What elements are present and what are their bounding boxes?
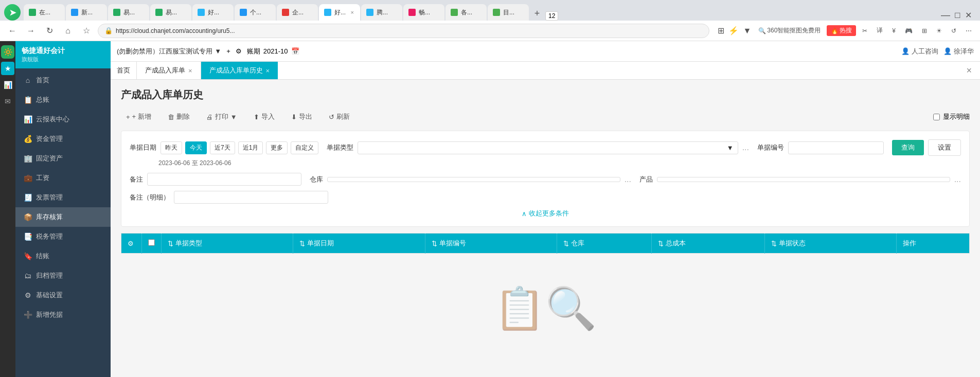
- delete-btn[interactable]: 🗑 删除: [163, 110, 195, 123]
- date-btn-7days[interactable]: 近7天: [210, 141, 235, 154]
- tab-7[interactable]: 企...: [277, 4, 318, 21]
- currency-btn[interactable]: ¥: [889, 26, 899, 35]
- print-btn[interactable]: 🖨 打印 ▼: [201, 110, 242, 123]
- tab-5[interactable]: 好...: [192, 4, 234, 21]
- import-btn[interactable]: ⬆ 导入: [248, 110, 280, 123]
- new-tab-button[interactable]: +: [530, 6, 544, 21]
- sidebar-item-settle[interactable]: 🔖 结账: [15, 246, 111, 266]
- apps-btn[interactable]: ⊞: [919, 26, 930, 35]
- company-selector[interactable]: (勿删勿禁用）江西服宝测试专用 ▼: [117, 47, 221, 56]
- refresh-browser-button[interactable]: ↻: [42, 24, 57, 38]
- export-label: 导出: [299, 112, 312, 121]
- dropdown-icon[interactable]: ▼: [743, 26, 751, 35]
- select-all-checkbox[interactable]: [148, 239, 155, 246]
- th-type[interactable]: ⇅ 单据类型: [162, 234, 293, 254]
- tab-9[interactable]: 腾...: [361, 4, 402, 21]
- hot-search-btn[interactable]: 🔥 热搜: [827, 25, 856, 36]
- product-select[interactable]: [657, 177, 950, 182]
- lightning-icon[interactable]: ⚡: [728, 26, 739, 35]
- user-avatar[interactable]: 👤 徐泽华: [943, 47, 974, 56]
- game-btn[interactable]: 🎮: [902, 26, 916, 35]
- date-btn-more[interactable]: 更多: [266, 141, 288, 154]
- sidebar-item-archive[interactable]: 🗂 归档管理: [15, 266, 111, 285]
- refresh-action-btn[interactable]: ↺ 刷新: [324, 110, 355, 123]
- add-company-btn[interactable]: +: [226, 47, 230, 55]
- date-btn-today[interactable]: 今天: [185, 141, 207, 154]
- scissors-btn[interactable]: ✂: [859, 26, 870, 35]
- more-btn[interactable]: ⋯: [963, 26, 975, 35]
- tab-8-close[interactable]: ×: [350, 9, 355, 16]
- sidebar-item-ledger[interactable]: 📋 总账: [15, 90, 111, 110]
- sidebar-item-basic[interactable]: ⚙ 基础设置: [15, 285, 111, 305]
- export-btn[interactable]: ⬇ 导出: [286, 110, 317, 123]
- tab-2-label: 新...: [81, 8, 102, 17]
- tab-list-close[interactable]: ×: [188, 67, 192, 75]
- th-date[interactable]: ⇅ 单据日期: [293, 234, 425, 254]
- icon-strip-chart[interactable]: 📊: [1, 78, 14, 92]
- tab-4[interactable]: 易...: [150, 4, 191, 21]
- tab-6[interactable]: 个...: [235, 4, 276, 21]
- sidebar-item-report[interactable]: 📊 云报表中心: [15, 110, 111, 129]
- th-status[interactable]: ⇅ 单据状态: [764, 234, 896, 254]
- tab-3[interactable]: 易...: [108, 4, 149, 21]
- date-btn-1month[interactable]: 近1月: [238, 141, 263, 154]
- display-detail-checkbox[interactable]: [933, 114, 940, 120]
- sidebar-item-home[interactable]: ⌂ 首页: [15, 70, 111, 90]
- settings-button[interactable]: 设置: [928, 139, 961, 156]
- settings-btn[interactable]: ⚙: [236, 47, 242, 55]
- new-btn[interactable]: + + 新增: [121, 110, 156, 123]
- sidebar-item-fixed[interactable]: 🏢 固定资产: [15, 149, 111, 168]
- sidebar-item-newbill[interactable]: ➕ 新增凭据: [15, 305, 111, 325]
- tab-11[interactable]: 各...: [446, 4, 487, 21]
- detail-remark-input[interactable]: [174, 191, 328, 204]
- consult-btn[interactable]: 👤 人工咨询: [901, 47, 938, 56]
- tab-history-close[interactable]: ×: [266, 67, 270, 75]
- period-selector[interactable]: 账期 2021-10 📅: [247, 47, 299, 56]
- th-gear[interactable]: ⚙: [121, 234, 142, 254]
- address-bar[interactable]: 🔒 https://cloud.chanjet.com/accounting/u…: [98, 24, 709, 38]
- sidebar-item-wage[interactable]: 💼 工资: [15, 168, 111, 188]
- remark-input[interactable]: [147, 173, 301, 186]
- tab-10[interactable]: 畅...: [403, 4, 444, 21]
- icon-strip-star[interactable]: ★: [1, 62, 14, 75]
- close-window-button[interactable]: ✕: [965, 10, 972, 20]
- display-detail-label: 显示明细: [943, 112, 970, 121]
- back-button[interactable]: ←: [5, 24, 20, 38]
- th-cost[interactable]: ⇅ 总成本: [651, 234, 764, 254]
- grid-icon[interactable]: ⊞: [718, 26, 724, 35]
- date-btn-custom[interactable]: 自定义: [291, 141, 318, 154]
- panel-close-btn[interactable]: ×: [958, 62, 980, 79]
- tab-list-page[interactable]: 产成品入库单 ×: [137, 62, 201, 79]
- warehouse-select[interactable]: [327, 177, 620, 182]
- date-btn-yesterday[interactable]: 昨天: [161, 141, 182, 154]
- sidebar-item-tax[interactable]: 📑 税务管理: [15, 227, 111, 246]
- breadcrumb-home[interactable]: 首页: [111, 62, 137, 79]
- bookmark-button[interactable]: ☆: [79, 24, 94, 38]
- home-browser-button[interactable]: ⌂: [61, 24, 75, 38]
- sidebar-item-invoice[interactable]: 🧾 发票管理: [15, 188, 111, 207]
- tab-2[interactable]: 新...: [66, 4, 107, 21]
- search-toolbar-btn[interactable]: 🔍 360智能抠图免费用: [755, 25, 824, 36]
- display-detail-toggle[interactable]: 显示明细: [933, 112, 970, 121]
- tab-history-page[interactable]: 产成品入库单历史 ×: [201, 62, 278, 79]
- th-number[interactable]: ⇅ 单据编号: [425, 234, 557, 254]
- collapse-btn[interactable]: ∧ 收起更多条件: [130, 209, 961, 218]
- number-input[interactable]: [788, 141, 884, 154]
- forward-button[interactable]: →: [24, 24, 38, 38]
- sidebar-item-fund[interactable]: 💰 资金管理: [15, 129, 111, 149]
- type-select[interactable]: ▼: [358, 141, 738, 154]
- undo-btn[interactable]: ↺: [948, 26, 959, 35]
- tab-12[interactable]: 目...: [488, 4, 529, 21]
- translate-btn[interactable]: 译: [874, 25, 886, 36]
- th-warehouse[interactable]: ⇅ 仓库: [557, 234, 651, 254]
- th-check[interactable]: [142, 234, 162, 254]
- icon-strip-mail[interactable]: ✉: [1, 95, 14, 108]
- tab-1[interactable]: 在...: [24, 4, 65, 21]
- minimize-button[interactable]: —: [941, 10, 950, 21]
- sidebar-item-inventory[interactable]: 📦 库存核算: [15, 207, 111, 227]
- query-button[interactable]: 查询: [892, 140, 924, 155]
- maximize-button[interactable]: ☐: [954, 11, 961, 20]
- theme-btn[interactable]: ☀: [933, 26, 945, 35]
- tab-8[interactable]: 好... ×: [319, 4, 360, 21]
- icon-strip-home[interactable]: 🔆: [1, 45, 14, 59]
